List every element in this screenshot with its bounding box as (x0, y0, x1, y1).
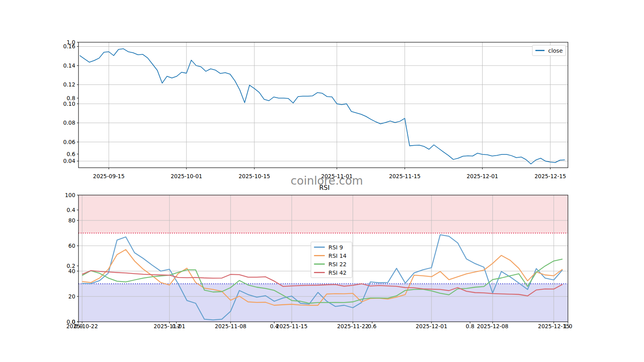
overlay-xtick-label: 0.8 (466, 323, 474, 329)
overlay-xtick-label: 0.2 (172, 323, 180, 329)
rsi-ytick-label: 100 (65, 192, 75, 198)
overlay-xtick-label: 0.0 (74, 323, 83, 329)
legend-row: RSI 22 (314, 261, 349, 267)
rsi-xtick-label: 2025-11-15 (276, 323, 308, 329)
rsi22-line-swatch-icon (314, 263, 325, 265)
legend-label-rsi22: RSI 22 (328, 261, 347, 267)
price-ytick-label: 0.08 (63, 119, 75, 126)
price-ytick-label: 0.04 (63, 158, 75, 164)
price-xtick-label: 2025-10-01 (171, 173, 202, 179)
price-ytick-label: 0.12 (63, 81, 75, 88)
figure: 0.160.140.120.100.080.060.042025-09-1520… (0, 0, 644, 362)
rsi-ytick-label: 60 (68, 243, 75, 249)
rsi-xtick-label: 2025-11-22 (337, 323, 368, 329)
overlay-ytick-label: 1.0 (67, 39, 75, 45)
overlay-ytick-label: 0.2 (67, 263, 75, 269)
price-ytick-label: 0.06 (63, 139, 75, 145)
close-line-swatch-icon (535, 50, 545, 51)
price-xtick-label: 2025-11-15 (389, 173, 420, 179)
legend-row: RSI 42 (314, 270, 349, 276)
rsi-xtick-label: 2025-12-01 (416, 323, 447, 329)
price-xtick-label: 2025-10-15 (239, 173, 270, 179)
overlay-xtick-label: 1.0 (564, 323, 572, 329)
rsi-xtick-label: 2025-11-08 (215, 323, 246, 329)
price-xtick-label: 2025-12-15 (535, 173, 566, 179)
rsi-xtick-label: 2025-12-08 (477, 323, 508, 329)
overlay-ytick-label: 0.8 (67, 95, 75, 101)
price-panel-border (78, 42, 568, 168)
rsi-legend: RSI 9 RSI 14 RSI 22 RSI 42 (311, 242, 352, 278)
price-ytick-label: 0.10 (63, 101, 75, 107)
overlay-xtick-label: 0.6 (368, 323, 376, 329)
overlay-ytick-label: 0.4 (67, 207, 75, 213)
overlay-ytick-label: 0.6 (67, 151, 75, 157)
legend-row: RSI 9 (314, 245, 349, 250)
rsi9-line-swatch-icon (314, 247, 325, 248)
rsi-ytick-label: 20 (68, 293, 75, 300)
legend-label-rsi14: RSI 14 (328, 253, 347, 259)
legend-row: RSI 14 (314, 253, 349, 259)
rsi14-line-swatch-icon (314, 255, 325, 256)
rsi-panel-title: RSI (319, 184, 330, 191)
legend-label-close: close (548, 48, 563, 53)
overbought-band (78, 195, 568, 233)
price-legend: close (532, 45, 566, 56)
rsi-ytick-label: 80 (68, 217, 75, 224)
price-xtick-label: 2025-09-15 (93, 173, 124, 179)
price-xtick-label: 2025-12-01 (466, 173, 498, 179)
legend-label-rsi42: RSI 42 (328, 270, 347, 276)
legend-label-rsi9: RSI 9 (328, 245, 343, 250)
overlay-xtick-label: 0.4 (270, 323, 279, 329)
price-ytick-label: 0.14 (63, 62, 75, 69)
legend-row: close (535, 48, 563, 53)
rsi42-line-swatch-icon (314, 272, 325, 273)
close-line (80, 49, 565, 164)
